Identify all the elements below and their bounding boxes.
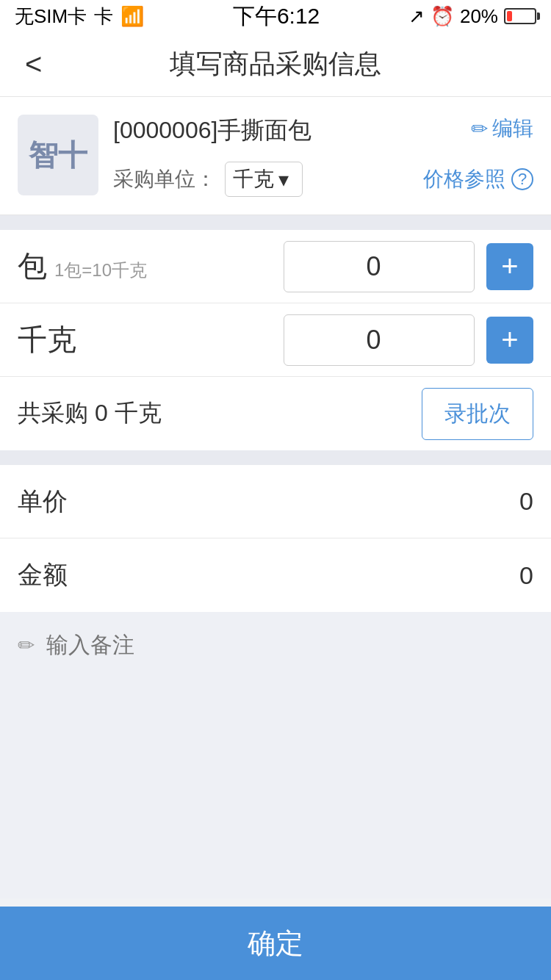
alarm-icon: ⏰ bbox=[431, 5, 454, 28]
product-section: 智十 [0000006]手撕面包 ✏ 编辑 采购单位： 千克 ▾ 价格参照 ? bbox=[0, 97, 551, 215]
remark-section: ✏ bbox=[0, 612, 551, 678]
content-background bbox=[0, 678, 551, 898]
input-section: 包 1包=10千克 + 千克 + 共采购 0 千克 录批次 bbox=[0, 230, 551, 450]
status-time: 下午6:12 bbox=[233, 1, 320, 32]
nav-bar: < 填写商品采购信息 bbox=[0, 32, 551, 97]
record-batch-button[interactable]: 录批次 bbox=[422, 388, 533, 440]
status-bar: 无SIM卡 卡 📶 下午6:12 ↗ ⏰ 20% bbox=[0, 0, 551, 32]
unit-price-label: 单价 bbox=[18, 485, 68, 519]
unit-price-value: 0 bbox=[519, 487, 533, 516]
bag-plus-button[interactable]: + bbox=[486, 243, 533, 290]
amount-row: 金额 0 bbox=[0, 538, 551, 612]
edit-button[interactable]: ✏ 编辑 bbox=[471, 115, 533, 143]
kg-field-wrap: + bbox=[120, 314, 533, 366]
divider-2 bbox=[0, 450, 551, 465]
kg-input[interactable] bbox=[284, 314, 475, 366]
price-ref-button[interactable]: 价格参照 ? bbox=[423, 165, 533, 193]
pencil-icon: ✏ bbox=[471, 117, 488, 141]
carrier-label: 无SIM卡 bbox=[15, 4, 87, 29]
unit-label: 采购单位： 千克 ▾ bbox=[113, 162, 303, 197]
bag-row: 包 1包=10千克 + bbox=[0, 230, 551, 303]
product-meta: 采购单位： 千克 ▾ 价格参照 ? bbox=[113, 162, 533, 197]
sim-label: 卡 bbox=[94, 4, 113, 29]
product-name: [0000006]手撕面包 bbox=[113, 115, 311, 147]
location-icon: ↗ bbox=[408, 5, 425, 28]
chevron-down-icon: ▾ bbox=[278, 167, 289, 192]
status-right: ↗ ⏰ 20% bbox=[408, 5, 536, 28]
status-left: 无SIM卡 卡 📶 bbox=[15, 4, 144, 29]
confirm-button[interactable]: 确定 bbox=[0, 907, 551, 980]
divider-1 bbox=[0, 215, 551, 230]
product-header: [0000006]手撕面包 ✏ 编辑 bbox=[113, 115, 533, 147]
bag-field-wrap: + bbox=[147, 241, 533, 292]
unit-price-row: 单价 0 bbox=[0, 465, 551, 538]
price-section: 单价 0 金额 0 bbox=[0, 465, 551, 612]
help-icon: ? bbox=[511, 168, 533, 190]
amount-label: 金额 bbox=[18, 558, 68, 592]
page-title: 填写商品采购信息 bbox=[170, 46, 381, 82]
bag-label: 包 1包=10千克 bbox=[18, 246, 147, 287]
battery-icon bbox=[504, 8, 536, 24]
wifi-icon: 📶 bbox=[120, 5, 144, 28]
product-logo: 智十 bbox=[29, 139, 87, 171]
summary-text: 共采购 0 千克 bbox=[18, 397, 162, 430]
kg-row: 千克 + bbox=[0, 303, 551, 377]
product-image: 智十 bbox=[18, 115, 98, 195]
remark-input[interactable] bbox=[46, 633, 533, 657]
product-info: [0000006]手撕面包 ✏ 编辑 采购单位： 千克 ▾ 价格参照 ? bbox=[113, 115, 533, 197]
back-button[interactable]: < bbox=[18, 40, 49, 88]
amount-value: 0 bbox=[519, 561, 533, 590]
bag-input[interactable] bbox=[284, 241, 475, 292]
unit-select[interactable]: 千克 ▾ bbox=[225, 162, 303, 197]
kg-label: 千克 bbox=[18, 320, 120, 360]
summary-row: 共采购 0 千克 录批次 bbox=[0, 377, 551, 450]
pencil-remark-icon: ✏ bbox=[18, 633, 35, 657]
kg-plus-button[interactable]: + bbox=[486, 317, 533, 364]
battery-percent: 20% bbox=[460, 5, 498, 28]
